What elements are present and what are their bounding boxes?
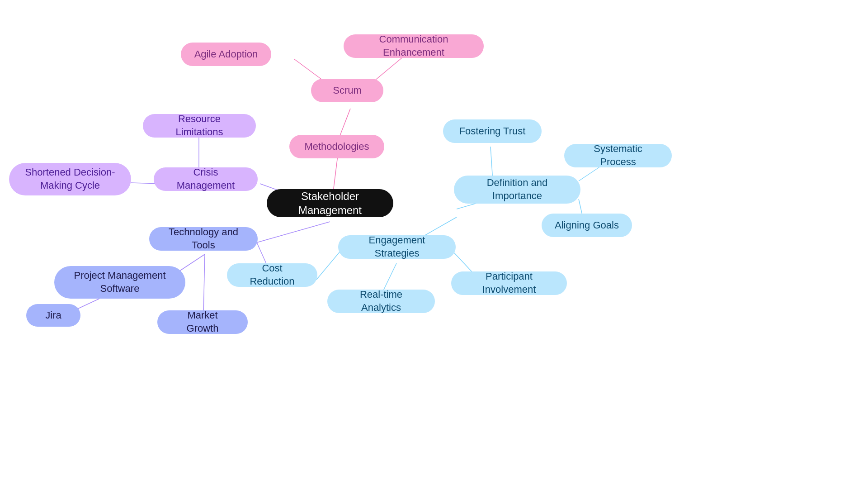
resource-limitations-node: Resource Limitations xyxy=(143,114,256,138)
crisis-management-node: Crisis Management xyxy=(154,167,258,191)
engagement-strategies-node: Engagement Strategies xyxy=(338,235,456,259)
market-growth-node: Market Growth xyxy=(157,310,248,334)
jira-node: Jira xyxy=(26,304,80,327)
fostering-trust-node: Fostering Trust xyxy=(443,119,542,143)
project-management-software-node: Project Management Software xyxy=(54,266,185,299)
svg-line-13 xyxy=(316,252,340,280)
svg-line-10 xyxy=(203,254,205,314)
svg-line-7 xyxy=(257,222,330,243)
participant-involvement-node: Participant Involvement xyxy=(451,271,567,295)
methodologies-node: Methodologies xyxy=(289,135,384,158)
shortened-decision-node: Shortened Decision-Making Cycle xyxy=(9,163,131,195)
cost-reduction-node: Cost Reduction xyxy=(227,263,317,287)
technology-and-tools-node: Technology and Tools xyxy=(149,227,258,251)
real-time-analytics-node: Real-time Analytics xyxy=(327,290,435,313)
systematic-process-node: Systematic Process xyxy=(564,144,672,167)
aligning-goals-node: Aligning Goals xyxy=(542,214,632,237)
definition-and-importance-node: Definition and Importance xyxy=(454,176,580,204)
center-node: Stakeholder Management xyxy=(267,189,393,217)
communication-enhancement-node: Communication Enhancement xyxy=(344,34,484,58)
agile-adoption-node: Agile Adoption xyxy=(181,43,271,66)
scrum-node: Scrum xyxy=(311,79,383,102)
